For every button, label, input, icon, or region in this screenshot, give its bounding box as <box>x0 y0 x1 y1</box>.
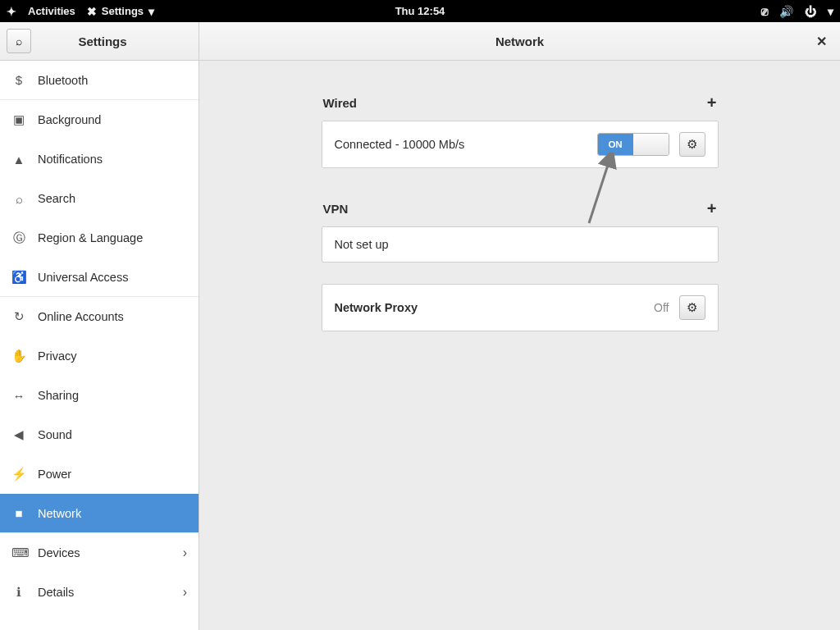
sidebar-item-label: Sharing <box>38 389 79 402</box>
details-icon: ℹ <box>11 585 26 600</box>
content-pane: Network ✕ Wired + Connected - 10000 Mb/s… <box>199 22 840 630</box>
gear-icon: ⚙ <box>687 300 697 315</box>
sidebar-item-label: Details <box>38 586 74 599</box>
activities-icon: ✦ <box>7 6 16 17</box>
proxy-heading: Network Proxy <box>335 301 655 314</box>
sidebar-title: Settings <box>13 34 192 48</box>
sidebar-item-label: Bluetooth <box>38 74 88 87</box>
wired-status-label: Connected - 10000 Mb/s <box>335 138 597 151</box>
sidebar-item-power[interactable]: ⚡Power <box>0 454 199 494</box>
page-title: Network <box>199 34 840 48</box>
sidebar-item-label: Power <box>38 468 71 481</box>
content-header: Network ✕ <box>199 22 840 61</box>
sidebar-item-label: Background <box>38 113 101 126</box>
chevron-right-icon: › <box>183 585 187 600</box>
content-body: Wired + Connected - 10000 Mb/s ON ⚙ <box>199 61 840 630</box>
sidebar-item-bluetooth[interactable]: $Bluetooth <box>0 61 199 100</box>
globe-icon: Ⓖ <box>11 231 26 246</box>
sidebar-item-label: Online Accounts <box>38 310 124 323</box>
sidebar-item-details[interactable]: ℹDetails› <box>0 573 199 612</box>
proxy-status-label: Off <box>654 301 669 314</box>
sidebar-item-universal-access[interactable]: ♿Universal Access <box>0 258 199 297</box>
bluetooth-icon: $ <box>11 73 26 87</box>
vpn-row: Not set up <box>322 226 719 262</box>
toggle-on-label: ON <box>598 134 633 155</box>
privacy-icon: ✋ <box>11 349 26 363</box>
battery-icon: ⚡ <box>11 467 26 482</box>
network-status-icon[interactable]: ⎚ <box>761 6 768 17</box>
sidebar-item-label: Privacy <box>38 349 77 363</box>
bell-icon: ▲ <box>11 153 26 167</box>
app-menu[interactable]: ✖ Settings ▾ <box>87 5 154 17</box>
background-icon: ▣ <box>11 112 26 127</box>
sidebar-item-region-language[interactable]: ⒼRegion & Language <box>0 218 199 258</box>
chevron-down-icon: ▾ <box>148 6 154 17</box>
vpn-status-label: Not set up <box>335 238 705 251</box>
vpn-heading: VPN <box>323 202 349 216</box>
system-menu-chevron-icon[interactable]: ▾ <box>828 6 833 17</box>
plus-icon: + <box>707 94 717 112</box>
sidebar-item-label: Network <box>38 507 81 520</box>
vpn-section-header: VPN + <box>322 199 719 218</box>
sidebar-item-notifications[interactable]: ▲Notifications <box>0 139 199 179</box>
sidebar-item-background[interactable]: ▣Background <box>0 100 199 139</box>
wired-toggle[interactable]: ON <box>597 133 669 156</box>
speaker-icon: ◀ <box>11 427 26 442</box>
sidebar-item-label: Universal Access <box>38 271 128 284</box>
proxy-settings-button[interactable]: ⚙ <box>679 295 705 320</box>
sidebar-item-sound[interactable]: ◀Sound <box>0 415 199 454</box>
sidebar-item-label: Notifications <box>38 153 103 166</box>
network-icon: ■ <box>11 506 26 520</box>
wired-heading: Wired <box>323 96 358 110</box>
sidebar-item-online-accounts[interactable]: ↻Online Accounts <box>0 297 199 336</box>
app-menu-label: Settings <box>102 5 144 17</box>
sidebar-item-label: Search <box>38 192 75 205</box>
gnome-top-bar: ✦ Activities ✖ Settings ▾ Thu 12:54 ⎚ 🔊 … <box>0 0 840 22</box>
gear-icon: ⚙ <box>687 137 697 152</box>
share-icon: ↔ <box>11 389 26 403</box>
sidebar-item-label: Devices <box>38 546 80 559</box>
sidebar-item-network[interactable]: ■Network <box>0 494 199 533</box>
volume-status-icon[interactable]: 🔊 <box>779 6 793 17</box>
search-cat-icon: ⌕ <box>11 192 26 206</box>
wired-settings-button[interactable]: ⚙ <box>679 132 705 157</box>
accessibility-icon: ♿ <box>11 270 26 285</box>
activities-button[interactable]: Activities <box>28 5 75 17</box>
power-status-icon[interactable]: ⏻ <box>805 6 816 17</box>
sidebar-item-search[interactable]: ⌕Search <box>0 179 199 218</box>
sidebar-item-sharing[interactable]: ↔Sharing <box>0 376 199 415</box>
sidebar-item-label: Sound <box>38 428 72 441</box>
settings-window: ⌕ Settings $Bluetooth▣Background▲Notific… <box>0 22 840 630</box>
sidebar-list: $Bluetooth▣Background▲Notifications⌕Sear… <box>0 61 199 630</box>
sidebar-item-privacy[interactable]: ✋Privacy <box>0 336 199 376</box>
sidebar-item-devices[interactable]: ⌨Devices› <box>0 533 199 573</box>
sidebar: ⌕ Settings $Bluetooth▣Background▲Notific… <box>0 22 199 630</box>
devices-icon: ⌨ <box>11 546 26 560</box>
sidebar-item-label: Region & Language <box>38 231 143 244</box>
plus-icon: + <box>707 199 717 217</box>
add-wired-button[interactable]: + <box>707 94 717 112</box>
accounts-icon: ↻ <box>11 309 26 324</box>
toggle-off-side <box>633 134 669 155</box>
add-vpn-button[interactable]: + <box>707 199 717 218</box>
settings-app-icon: ✖ <box>87 6 97 17</box>
wired-connection-row: Connected - 10000 Mb/s ON ⚙ <box>322 121 719 168</box>
sidebar-header: ⌕ Settings <box>0 22 199 61</box>
chevron-right-icon: › <box>183 546 187 560</box>
wired-section-header: Wired + <box>322 94 719 112</box>
network-proxy-row: Network Proxy Off ⚙ <box>322 284 719 331</box>
